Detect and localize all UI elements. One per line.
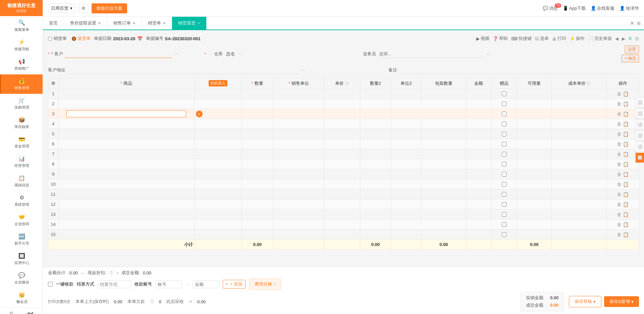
unit-cell-4[interactable] [273, 119, 324, 129]
product-cell-9[interactable] [58, 169, 195, 179]
unit2-cell-13[interactable] [391, 209, 422, 219]
amount-cell-15[interactable] [466, 230, 491, 240]
price-cell-6[interactable] [324, 139, 360, 149]
settings-bottom-icon[interactable]: ⚙ [9, 311, 13, 314]
unit2-cell-9[interactable] [391, 169, 422, 179]
copy-row-icon-8[interactable]: 📋 [623, 162, 629, 167]
cost-price-cell-10[interactable] [552, 179, 607, 189]
radio-sales-bill-input[interactable] [48, 37, 52, 41]
pkg-qty-cell-7[interactable] [422, 149, 466, 159]
gift-checkbox-7[interactable] [502, 152, 506, 156]
right-panel-btn-2[interactable]: ⬜ [635, 108, 644, 119]
copy-row-icon-12[interactable]: 📋 [623, 202, 629, 207]
settings-icon-btn[interactable]: ⚙ [79, 4, 88, 13]
copy-row-icon-11[interactable]: 📋 [623, 192, 629, 197]
product-cell-4[interactable] [58, 119, 195, 129]
nav-next-icon[interactable]: ▶ [622, 36, 625, 41]
delete-row-icon-4[interactable]: 🗑 [617, 121, 622, 127]
sidebar-item-member[interactable]: 👑 畅会员 [0, 288, 43, 308]
unit-cell-11[interactable] [273, 189, 324, 199]
unit-cell-2[interactable] [273, 99, 324, 109]
delete-row-icon-9[interactable]: 🗑 [617, 172, 622, 177]
unit2-cell-6[interactable] [391, 139, 422, 149]
unit-cell-6[interactable] [273, 139, 324, 149]
delete-row-icon-3[interactable]: 🗑 [617, 111, 622, 117]
salesperson-more-btn[interactable]: ··· [487, 51, 491, 57]
available-cell-2[interactable] [517, 99, 552, 109]
address-more-btn[interactable]: ··· [301, 67, 305, 73]
tab-price-extract[interactable]: 售价提取设置 ✕ [64, 17, 107, 29]
pkg-qty-cell-6[interactable] [422, 139, 466, 149]
warehouse-more-btn[interactable]: ··· [238, 51, 243, 57]
unit2-cell-8[interactable] [391, 159, 422, 169]
address-input[interactable] [67, 66, 299, 74]
qty2-cell-3[interactable] [360, 109, 391, 119]
sidebar-item-apps[interactable]: 🔲 应用中心 [0, 249, 43, 269]
discount-help-icon[interactable]: ? [109, 270, 114, 275]
qty-cell-14[interactable] [241, 219, 273, 230]
copy-row-icon-7[interactable]: 📋 [623, 151, 629, 157]
one-click-checkbox[interactable] [48, 282, 53, 287]
available-cell-3[interactable] [517, 109, 552, 119]
amount-cell-8[interactable] [466, 159, 491, 169]
col-gear[interactable]: ⚙ [48, 78, 58, 89]
tab-sales-order-close[interactable]: ✕ [132, 21, 136, 25]
product-cell-2[interactable] [58, 99, 195, 109]
unit2-cell-15[interactable] [391, 230, 422, 240]
amount-cell-6[interactable] [466, 139, 491, 149]
delete-row-icon-6[interactable]: 🗑 [617, 141, 622, 147]
price-cell-15[interactable] [324, 230, 360, 240]
qty2-cell-9[interactable] [360, 169, 391, 179]
sidebar-item-marketing[interactable]: 📢 营销推广 [0, 55, 43, 74]
price-cell-10[interactable] [324, 179, 360, 189]
debt-help-icon[interactable]: ? [150, 299, 154, 304]
qty2-cell-8[interactable] [360, 159, 391, 169]
print-btn[interactable]: 🖨 打印 [552, 36, 566, 42]
radio-return-bill[interactable]: 退货单 [72, 36, 91, 42]
copy-row-icon-10[interactable]: 📋 [623, 182, 629, 187]
unit-cell-13[interactable] [273, 209, 324, 219]
save-new-button[interactable]: 保存&新增 ▾ [604, 296, 639, 307]
sidebar-item-finance[interactable]: 💳 资金管理 [0, 133, 43, 152]
tab-sales-return-close[interactable]: ✕ [197, 21, 200, 25]
collapse-icon[interactable]: ◀◀ [26, 311, 33, 314]
qty-cell-1[interactable] [241, 89, 273, 99]
pkg-qty-cell-3[interactable] [422, 109, 466, 119]
history-btn[interactable]: 📄 历史单据 [588, 36, 612, 42]
delete-row-icon-12[interactable]: 🗑 [617, 202, 622, 207]
expense-split-btn[interactable]: 费用分摊 ? [249, 278, 281, 290]
price-cell-4[interactable] [324, 119, 360, 129]
tab-price-extract-close[interactable]: ✕ [98, 21, 101, 25]
amount-cell-12[interactable] [466, 199, 491, 209]
qty2-cell-11[interactable] [360, 189, 391, 199]
available-cell-8[interactable] [517, 159, 552, 169]
gift-checkbox-13[interactable] [502, 212, 506, 217]
cost-price-cell-13[interactable] [552, 209, 607, 219]
copy-row-icon-3[interactable]: 📋 [623, 111, 629, 117]
qty-cell-12[interactable] [241, 199, 273, 209]
sidebar-item-guide[interactable]: 🆕 新手引导 [0, 230, 43, 249]
unit-cell-15[interactable] [273, 230, 324, 240]
qty2-cell-2[interactable] [360, 99, 391, 109]
tab-sales-bill-close[interactable]: ✕ [163, 21, 166, 25]
gift-cell-5[interactable] [491, 129, 517, 139]
amount-cell-10[interactable] [466, 179, 491, 189]
save-draft-button[interactable]: 保存草稿 ▾ [569, 296, 601, 307]
unit2-cell-5[interactable] [391, 129, 422, 139]
price-cell-9[interactable] [324, 169, 360, 179]
product-cell-15[interactable] [58, 230, 195, 240]
gift-checkbox-3[interactable] [502, 112, 506, 116]
receivable-help-icon[interactable]: ⑩ [189, 300, 192, 304]
price-cell-3[interactable] [324, 109, 360, 119]
amount-cell-13[interactable] [466, 209, 491, 219]
price-cell-11[interactable] [324, 189, 360, 199]
delete-row-icon-15[interactable]: 🗑 [617, 232, 622, 237]
shortcut-btn[interactable]: ⌨ 快捷键 [511, 36, 532, 42]
product-cell-12[interactable] [58, 199, 195, 209]
product-input-3[interactable] [66, 110, 186, 117]
unit2-cell-3[interactable] [391, 109, 422, 119]
amount-cell-11[interactable] [466, 189, 491, 199]
unit-cell-10[interactable] [273, 179, 324, 189]
gift-cell-15[interactable] [491, 230, 517, 240]
gift-checkbox-11[interactable] [502, 192, 506, 197]
